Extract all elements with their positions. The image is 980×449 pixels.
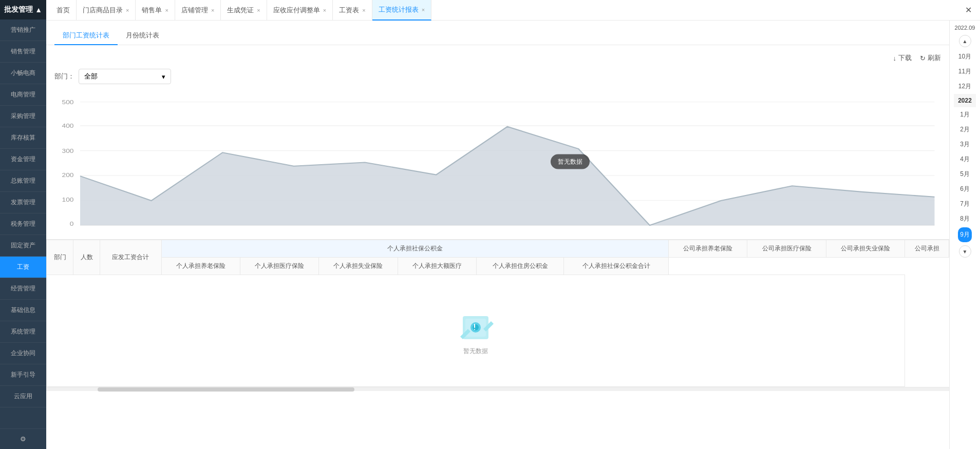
- table-area[interactable]: 部门 人数 应发工资合计 个人承担社保公积金 公司承担养老保险 公司承担医疗保险…: [46, 239, 949, 449]
- sidebar-item-总账管理[interactable]: 总账管理: [0, 170, 46, 192]
- download-button[interactable]: ↓ 下载: [893, 53, 912, 63]
- timeline-item-6月[interactable]: 6月: [954, 182, 976, 197]
- timeline-panel: 2022.09 ▲ 10月11月12月20221月2月3月4月5月6月7月8月9…: [949, 21, 980, 449]
- download-icon: ↓: [893, 54, 897, 62]
- sidebar-title: 批发管理: [4, 5, 33, 14]
- close-icon[interactable]: ✕: [965, 5, 972, 15]
- sidebar-item-小畅电商[interactable]: 小畅电商: [0, 63, 46, 84]
- col-personal-medical: 个人承担医疗保险: [240, 258, 318, 275]
- refresh-icon: ↻: [920, 54, 926, 62]
- col-salary-total: 应发工资合计: [100, 240, 162, 275]
- sidebar-item-电商管理[interactable]: 电商管理: [0, 84, 46, 106]
- sidebar-item-发票管理[interactable]: 发票管理: [0, 192, 46, 213]
- chart-area: 500 400 300 200 100 0: [46, 90, 949, 239]
- timeline-items: 10月11月12月20221月2月3月4月5月6月7月8月9月: [954, 49, 976, 243]
- toolbar: ↓ 下载 ↻ 刷新: [46, 51, 949, 67]
- col-group-personal: 个人承担社保公积金: [161, 240, 668, 258]
- filter-value: 全部: [84, 72, 98, 81]
- sidebar-items: 营销推广销售管理小畅电商电商管理采购管理库存核算资金管理总账管理发票管理税务管理…: [0, 19, 46, 407]
- tab-工资统计报表[interactable]: 工资统计报表×: [372, 0, 431, 21]
- sidebar-item-企业协同[interactable]: 企业协同: [0, 343, 46, 364]
- tab-生成凭证[interactable]: 生成凭证×: [221, 0, 267, 21]
- sidebar-item-库存核算[interactable]: 库存核算: [0, 127, 46, 149]
- svg-rect-18: [474, 329, 475, 330]
- timeline-item-2022[interactable]: 2022: [954, 94, 976, 107]
- timeline-item-8月[interactable]: 8月: [954, 211, 976, 226]
- sidebar-item-经营管理[interactable]: 经营管理: [0, 278, 46, 300]
- timeline-item-2月[interactable]: 2月: [954, 122, 976, 137]
- subtabs: 部门工资统计表月份统计表: [46, 27, 949, 45]
- tab-close-icon[interactable]: ×: [126, 7, 129, 13]
- sidebar-item-工资[interactable]: 工资: [0, 257, 46, 278]
- timeline-item-5月[interactable]: 5月: [954, 167, 976, 182]
- tab-应收应付调整单[interactable]: 应收应付调整单×: [267, 0, 333, 21]
- sidebar-item-云应用[interactable]: 云应用: [0, 386, 46, 407]
- tab-close-icon[interactable]: ×: [362, 7, 365, 13]
- svg-point-16: [473, 324, 479, 330]
- tab-首页[interactable]: 首页: [50, 0, 77, 21]
- svg-rect-17: [474, 324, 475, 328]
- sidebar-footer[interactable]: ⚙: [0, 428, 46, 449]
- timeline-item-3月[interactable]: 3月: [954, 137, 976, 152]
- timeline-item-10月[interactable]: 10月: [954, 49, 976, 64]
- empty-text: 暂无数据: [463, 347, 488, 356]
- sidebar-item-系统管理[interactable]: 系统管理: [0, 321, 46, 343]
- sidebar-arrow: ▲: [35, 6, 42, 14]
- timeline-down-arrow[interactable]: ▼: [959, 245, 971, 258]
- subtab-部门工资统计表[interactable]: 部门工资统计表: [54, 27, 118, 45]
- col-personal-housing: 个人承担住房公积金: [476, 258, 563, 275]
- svg-text:0: 0: [70, 220, 74, 227]
- tab-销售单[interactable]: 销售单×: [136, 0, 175, 21]
- content-area: 部门工资统计表月份统计表 ↓ 下载 ↻ 刷新 部门： 全部 ▾: [46, 21, 980, 449]
- page-content: 部门工资统计表月份统计表 ↓ 下载 ↻ 刷新 部门： 全部 ▾: [46, 21, 949, 449]
- tab-close-icon[interactable]: ×: [422, 7, 425, 13]
- tabbar: 首页门店商品目录×销售单×店铺管理×生成凭证×应收应付调整单×工资表×工资统计报…: [46, 0, 980, 21]
- table-row: 暂无数据: [47, 275, 949, 387]
- svg-text:200: 200: [62, 171, 74, 179]
- empty-state-icon: [455, 306, 496, 347]
- sidebar-item-资金管理[interactable]: 资金管理: [0, 149, 46, 170]
- sidebar-item-营销推广[interactable]: 营销推广: [0, 19, 46, 41]
- col-personal-total: 个人承担社保公积金合计: [564, 258, 669, 275]
- tab-label: 工资统计报表: [379, 5, 419, 14]
- sidebar-header[interactable]: 批发管理 ▲: [0, 0, 46, 19]
- tab-门店商品目录[interactable]: 门店商品目录×: [77, 0, 136, 21]
- department-select[interactable]: 全部 ▾: [79, 69, 171, 84]
- svg-text:100: 100: [62, 196, 74, 203]
- sidebar-item-新手引导[interactable]: 新手引导: [0, 364, 46, 386]
- tab-close-icon[interactable]: ×: [257, 7, 260, 13]
- sidebar-item-固定资产[interactable]: 固定资产: [0, 235, 46, 257]
- chevron-down-icon: ▾: [162, 73, 165, 81]
- timeline-item-11月[interactable]: 11月: [954, 64, 976, 79]
- chart-no-data-tooltip: 暂无数据: [551, 154, 590, 169]
- timeline-item-9月[interactable]: 9月: [958, 227, 972, 242]
- tab-店铺管理[interactable]: 店铺管理×: [175, 0, 221, 21]
- col-personal-unemploy: 个人承担失业保险: [319, 258, 398, 275]
- timeline-up-arrow[interactable]: ▲: [959, 35, 971, 47]
- sidebar: 批发管理 ▲ 营销推广销售管理小畅电商电商管理采购管理库存核算资金管理总账管理发…: [0, 0, 46, 449]
- timeline-item-1月[interactable]: 1月: [954, 107, 976, 122]
- sidebar-item-税务管理[interactable]: 税务管理: [0, 213, 46, 235]
- table-no-data: 暂无数据: [47, 275, 905, 387]
- timeline-year-label: 2022.09: [954, 23, 976, 33]
- filter-label: 部门：: [54, 72, 74, 81]
- svg-marker-12: [80, 127, 934, 225]
- timeline-item-7月[interactable]: 7月: [954, 197, 976, 211]
- col-company-pension: 公司承担养老保险: [669, 240, 747, 258]
- timeline-item-4月[interactable]: 4月: [954, 152, 976, 167]
- sidebar-item-采购管理[interactable]: 采购管理: [0, 106, 46, 127]
- tab-close-icon[interactable]: ×: [323, 7, 326, 13]
- refresh-button[interactable]: ↻ 刷新: [920, 53, 941, 63]
- subtab-月份统计表[interactable]: 月份统计表: [118, 27, 167, 45]
- svg-text:400: 400: [62, 122, 74, 129]
- tab-工资表[interactable]: 工资表×: [333, 0, 372, 21]
- svg-text:300: 300: [62, 147, 74, 154]
- tab-close-icon[interactable]: ×: [165, 7, 168, 13]
- tab-label: 首页: [56, 6, 70, 15]
- timeline-item-12月[interactable]: 12月: [954, 79, 976, 94]
- tab-close-icon[interactable]: ×: [211, 7, 214, 13]
- sidebar-item-基础信息[interactable]: 基础信息: [0, 300, 46, 321]
- tab-label: 门店商品目录: [83, 6, 123, 15]
- window-controls[interactable]: ✕: [961, 5, 976, 15]
- sidebar-item-销售管理[interactable]: 销售管理: [0, 41, 46, 63]
